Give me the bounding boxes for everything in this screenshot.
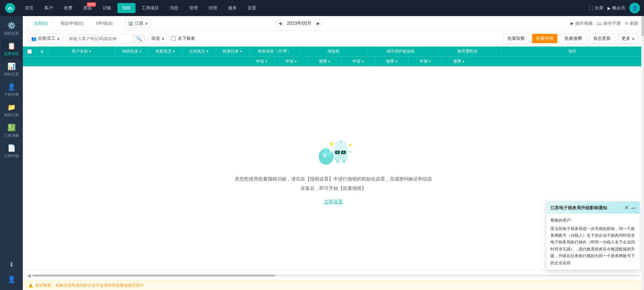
sidebar-item-tax-record[interactable]: 📁 报税记录 [1,100,21,120]
th-fetch-status: 取数状态 ▼ [149,47,182,56]
nav-manage[interactable]: 管理 [184,3,203,13]
svg-point-9 [336,151,338,153]
tab-zero-declare[interactable]: 0申报(0) [91,17,118,29]
svg-point-1 [9,9,11,10]
book-icon: 📖 [597,21,602,26]
toolbar: 👥 全部员工 ∨ 🔍 筛选 ∨ 名下账套 批量取数 批量申报 批量缴费 状态更新 [23,31,644,47]
sidebar-item-tax-overview[interactable]: 📊 报税总览 [1,60,21,79]
fullscreen-button[interactable]: ⛶ 全屏 [589,5,603,11]
nav-client[interactable]: 客户 [40,3,58,13]
nav-home[interactable]: 首页 [20,3,38,13]
subaccount-checkbox[interactable] [171,36,176,41]
svg-rect-12 [339,141,342,143]
sidebar-item-settlement[interactable]: 💹 汇算清缴 [1,121,21,141]
svg-point-0 [5,3,15,13]
th-checkbox[interactable] [23,47,36,56]
app-logo[interactable] [4,2,16,14]
region-icon: 🏢 [128,21,133,26]
sidebar-item-download[interactable]: ⬇ [1,258,21,271]
nav-fee[interactable]: 收费 [59,3,77,13]
status-update-button[interactable]: 状态更新 [589,33,615,44]
video-link[interactable]: ▶ 操作视频 [571,20,593,26]
sidebar-bottom: ⬇ 👤 [1,258,21,290]
nav-service[interactable]: 服务 [223,3,241,13]
new-badge: NEW [87,2,96,7]
th-client-name: 客户名称 ▼ [48,47,115,56]
setup-link[interactable]: 立即设置 [324,197,343,206]
nav-tax[interactable]: 报税 [117,3,136,13]
search-input[interactable] [66,35,133,43]
member-button[interactable]: ▶ 畅会员 [607,5,625,11]
sidebar: ⚙️ 报税设置 📋 批量报税 📊 报税总览 👤 个税申报 📁 报税记录 💹 汇算… [0,16,23,290]
personal-tax-icon: 👤 [7,83,16,91]
svg-rect-14 [347,151,352,153]
next-month-button[interactable]: ▶ [314,19,322,27]
checkbox-label[interactable]: 名下账套 [171,35,195,42]
batch-pay-button[interactable]: 批量缴费 [560,33,586,44]
th-vat-submit: 申报▼ [275,57,308,66]
th-check-result: 检查结果 ▼ [216,47,250,56]
th-city-submit: 申报▼ [342,57,375,66]
th-compare-status: 比对状态 ▼ [182,47,216,56]
refresh-button[interactable]: ↻ 刷新 [625,20,639,26]
chevron-down-icon: ∨ [632,36,635,41]
vertical-scrollbar-thumb[interactable] [641,16,644,36]
tab-bar: 全部(0) 税款申报(0) 0申报(0) 🏢 江苏 ∨ ◀ 2023年05月 ▶ [23,16,644,31]
filter-button[interactable]: 筛选 ∨ [148,34,168,43]
notification-close-button[interactable]: ✕ [625,205,629,210]
manual-link[interactable]: 📖 操作手册 [597,20,621,26]
notification-minimize-button[interactable]: — [631,205,636,210]
nav-settings[interactable]: 设置 [243,3,261,13]
th-vat: 增值税 [300,47,367,56]
notification-header: 江苏电子税务局升级影响通知 ✕ — [546,202,640,214]
batch-tax-icon: 📋 [7,42,16,50]
horizontal-scrollbar-thumb[interactable] [32,275,275,277]
more-button[interactable]: 更多 ∨ [618,33,639,44]
svg-rect-16 [342,160,345,163]
sidebar-item-annual-report[interactable]: 📄 工商年报 [1,141,21,161]
batch-fetch-button[interactable]: 批量取数 [503,33,529,44]
scroll-left-arrow[interactable]: ◀ [27,272,31,279]
empty-state-text: 若您想使用批量报税功能，请先在【报税设置】中进行报税的初始化设置，完成密码验证和… [233,174,434,193]
th-edu-submit: 申报▼ [409,57,442,66]
tab-right-controls: ▶ 操作视频 📖 操作手册 ↻ 刷新 [571,20,639,26]
tab-all[interactable]: 全部(0) [28,17,54,29]
horizontal-scrollbar-track[interactable] [32,275,640,277]
tax-settings-icon: ⚙️ [7,21,16,29]
prev-month-button[interactable]: ◀ [276,19,284,27]
date-navigation: ◀ 2023年05月 ▶ [276,19,323,27]
search-button[interactable]: 🔍 [133,35,145,43]
svg-point-18 [349,144,352,146]
settlement-icon: 💹 [7,124,16,132]
vertical-scrollbar[interactable] [641,16,644,290]
svg-text:$: $ [323,153,326,158]
nav-invoice[interactable]: 票据 NEW [78,3,97,13]
refresh-icon: ↻ [625,21,629,26]
top-right-controls: ⛶ 全屏 ▶ 畅会员 👤 [589,3,640,13]
user-avatar[interactable]: 👤 [629,3,640,13]
th-edu-pay: 缴费▼ [442,57,476,66]
chevron-down-icon: ∨ [57,36,60,41]
nav-operate[interactable]: 经营 [204,3,222,13]
employee-select[interactable]: 👥 全部员工 ∨ [28,34,63,43]
tab-tax-declare[interactable]: 税款申报(0) [55,17,89,29]
table-header-row2: 申报▼ 申报▼ 缴费▼ 申报▼ 缴费▼ 申报▼ 缴费▼ [23,57,644,66]
nav-business[interactable]: 工商项目 [137,3,164,13]
nav-message[interactable]: 消息 [165,3,183,13]
video-icon: ▶ [571,21,574,26]
warning-icon: ⚠️ [28,283,33,288]
th-tax-nature: 纳税性质 ▼ [115,47,149,56]
nav-accounting[interactable]: 记账 [98,3,116,13]
region-selector[interactable]: 🏢 江苏 ∨ [125,19,151,28]
notification-body: 尊敬的用户: 受当前电子税务局进一步升级的影响，同一个政务网账号（办税人）名下的… [546,214,640,270]
th-operations: 操作 [501,47,644,56]
sidebar-item-batch-tax[interactable]: 📋 批量报税 [1,39,21,59]
batch-submit-button[interactable]: 批量申报 [532,34,557,43]
user-icon: 👤 [7,275,16,283]
notification-title: 江苏电子税务局升级影响通知 [550,205,607,211]
sidebar-item-personal-tax[interactable]: 👤 个税申报 [1,80,21,100]
svg-rect-11 [334,142,347,150]
sidebar-item-tax-settings[interactable]: ⚙️ 报税设置 [1,19,21,39]
sidebar-item-user[interactable]: 👤 [1,273,21,286]
select-all-checkbox[interactable] [27,49,32,54]
